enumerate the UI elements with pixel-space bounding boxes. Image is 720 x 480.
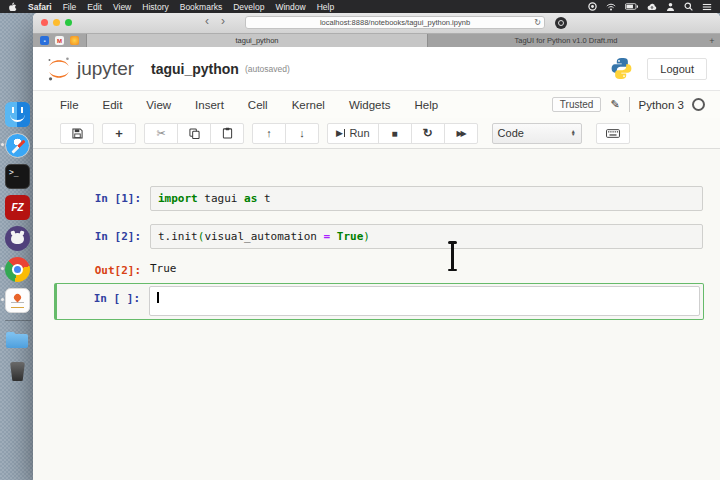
screen: Safari File Edit View History Bookmarks …	[0, 0, 720, 480]
address-bar[interactable]: localhost:8888/notebooks/tagui_python.ip…	[245, 16, 545, 29]
java-app-icon	[5, 288, 30, 313]
menubar-item-bookmarks[interactable]: Bookmarks	[180, 2, 223, 12]
run-icon: ▶	[336, 128, 345, 138]
gmail-pinned-tab[interactable]: M	[55, 36, 64, 45]
output-value: True	[150, 258, 177, 275]
record-circle-icon[interactable]	[588, 2, 597, 11]
arrow-down-icon: ↓	[299, 127, 305, 139]
menubar-item-file[interactable]: File	[63, 2, 77, 12]
back-button[interactable]: ‹	[205, 14, 209, 28]
save-button[interactable]	[60, 123, 94, 144]
menubar-item-history[interactable]: History	[142, 2, 168, 12]
reload-icon[interactable]: ↻	[534, 18, 541, 27]
jupyter-brand[interactable]: jupyter	[77, 58, 134, 80]
forward-button[interactable]: ›	[221, 14, 225, 28]
menubar-item-develop[interactable]: Develop	[233, 2, 264, 12]
output-prompt: Out[2]:	[55, 258, 150, 277]
zoom-window-button[interactable]	[65, 19, 72, 26]
dock-item-applications-folder[interactable]	[5, 328, 30, 353]
python-logo-icon	[609, 56, 634, 81]
safari-window: ‹ › localhost:8888/notebooks/tagui_pytho…	[33, 13, 720, 480]
logout-button[interactable]: Logout	[647, 58, 707, 80]
github-icon	[5, 226, 30, 251]
macos-menubar: Safari File Edit View History Bookmarks …	[0, 0, 720, 13]
menu-edit[interactable]: Edit	[103, 99, 123, 111]
fast-forward-icon: ▶▶	[456, 129, 464, 138]
tab-tagui-python[interactable]: tagui_python	[87, 34, 428, 47]
cloud-icon[interactable]	[647, 3, 657, 11]
selected-empty-cell[interactable]: In [ ]:	[54, 283, 704, 320]
dock-item-chrome[interactable]	[5, 257, 30, 282]
cell-type-dropdown[interactable]: Code ▲▼	[492, 123, 582, 144]
restart-kernel-button[interactable]: ↻	[411, 123, 445, 144]
interrupt-kernel-button[interactable]: ■	[378, 123, 412, 144]
user-switch-icon[interactable]	[666, 2, 675, 11]
text-caret	[157, 292, 159, 303]
arrow-up-icon: ↑	[266, 127, 272, 139]
input-prompt: In [1]:	[55, 186, 150, 205]
copy-cell-button[interactable]	[177, 123, 211, 144]
paste-cell-button[interactable]	[210, 123, 244, 144]
dock-item-filezilla[interactable]: FZ	[5, 195, 30, 220]
dock-item-finder[interactable]	[5, 102, 30, 127]
finder-icon	[5, 102, 30, 127]
command-palette-button[interactable]	[596, 123, 630, 144]
menubar-item-window[interactable]: Window	[275, 2, 305, 12]
menubar-item-help[interactable]: Help	[317, 2, 334, 12]
close-window-button[interactable]	[41, 19, 48, 26]
menu-kernel[interactable]: Kernel	[292, 99, 325, 111]
notebook-toolbar: + ✂ ↑ ↓ ▶ Run	[33, 118, 720, 149]
kernel-name[interactable]: Python 3	[639, 99, 684, 111]
notification-center-icon[interactable]	[702, 3, 712, 11]
move-cell-up-button[interactable]: ↑	[252, 123, 286, 144]
new-tab-button[interactable]: +	[704, 34, 720, 47]
kernel-idle-indicator	[692, 98, 705, 111]
menu-file[interactable]: File	[60, 99, 79, 111]
dock-item-terminal[interactable]: >_	[5, 164, 30, 189]
move-cell-down-button[interactable]: ↓	[285, 123, 319, 144]
menu-help[interactable]: Help	[414, 99, 438, 111]
code-line: import tagui as t	[158, 192, 695, 205]
code-input-area[interactable]: t.init(visual_automation = True)	[150, 224, 703, 249]
code-cell-1: In [1]: import tagui as t	[55, 186, 703, 211]
dock-item-github[interactable]	[5, 226, 30, 251]
code-input-area[interactable]: import tagui as t	[150, 186, 703, 211]
add-cell-button[interactable]: +	[102, 123, 136, 144]
extension-icon	[558, 20, 564, 26]
blue-app-pinned-tab[interactable]: ▪	[40, 36, 49, 45]
applications-folder-icon	[5, 328, 30, 353]
code-input-area[interactable]	[149, 286, 700, 316]
orange-app-pinned-tab[interactable]	[70, 36, 79, 45]
safari-icon	[5, 133, 30, 158]
edit-mode-pencil-icon: ✎	[610, 98, 619, 111]
wifi-icon[interactable]	[606, 3, 616, 11]
menu-cell[interactable]: Cell	[248, 99, 268, 111]
run-cell-button[interactable]: ▶ Run	[327, 123, 379, 144]
keyboard-icon	[606, 129, 620, 138]
spotlight-search-icon[interactable]	[684, 2, 693, 11]
output-cell-2: Out[2]: True	[55, 258, 703, 277]
save-icon	[72, 128, 83, 139]
restart-run-all-button[interactable]: ▶▶	[444, 123, 478, 144]
plus-icon: +	[115, 126, 123, 141]
cut-cell-button[interactable]: ✂	[144, 123, 178, 144]
extension-button[interactable]	[555, 17, 567, 29]
jupyter-logo-icon[interactable]	[46, 56, 72, 82]
notebook-menubar: File Edit View Insert Cell Kernel Widget…	[33, 91, 720, 118]
window-controls	[41, 19, 72, 26]
minimize-window-button[interactable]	[53, 19, 60, 26]
tab-tagui-draft[interactable]: TagUI for Python v1.0 Draft.md	[428, 34, 704, 47]
dock-item-java-app[interactable]	[5, 288, 30, 313]
apple-menu[interactable]	[8, 1, 17, 13]
menubar-item-view[interactable]: View	[113, 2, 131, 12]
input-prompt: In [ ]:	[57, 286, 149, 305]
menu-insert[interactable]: Insert	[195, 99, 224, 111]
menu-widgets[interactable]: Widgets	[349, 99, 391, 111]
menubar-app-name[interactable]: Safari	[28, 2, 52, 12]
dock-item-safari[interactable]	[5, 133, 30, 158]
menubar-item-edit[interactable]: Edit	[87, 2, 102, 12]
dock-item-trash[interactable]	[5, 359, 30, 384]
menu-view[interactable]: View	[146, 99, 171, 111]
battery-icon[interactable]	[625, 3, 638, 10]
notebook-title[interactable]: tagui_python	[151, 61, 239, 77]
